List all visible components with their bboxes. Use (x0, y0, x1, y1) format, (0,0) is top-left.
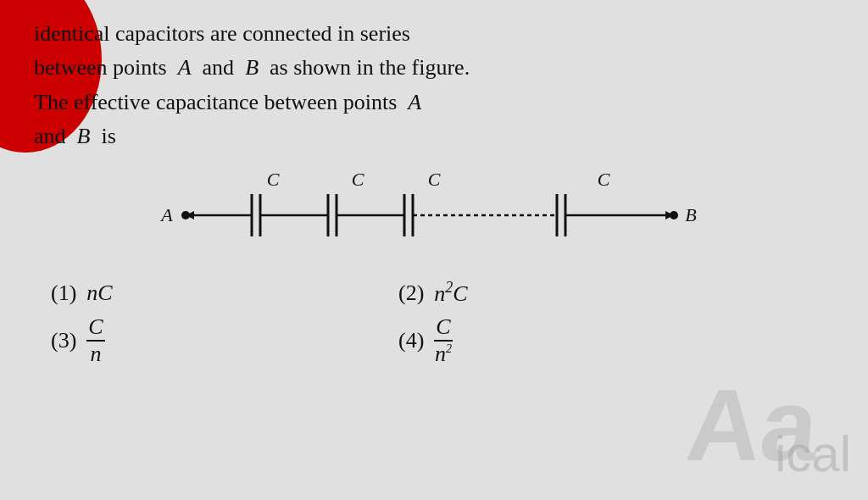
option-3-fraction: C n (86, 315, 104, 367)
problem-line1: identical capacitors are connected in se… (34, 21, 410, 46)
option-1: (1) nC (51, 279, 348, 307)
option-1-label: nC (86, 281, 112, 306)
point-b2: B (77, 124, 91, 148)
page-container: Aa ical identical capacitors are connect… (0, 0, 868, 500)
point-a: A (178, 55, 192, 80)
problem-text: identical capacitors are connected in se… (34, 17, 831, 153)
option-3-numerator: C (86, 315, 104, 342)
problem-line4: and B is (34, 124, 116, 148)
option-4-denominator: n2 (435, 342, 452, 367)
option-1-value: nC (86, 281, 112, 305)
option-3-denominator: n (91, 342, 102, 367)
option-3-num: (3) (51, 328, 76, 353)
svg-text:C: C (428, 169, 441, 190)
option-4: (4) C n2 (398, 315, 695, 367)
svg-text:C: C (267, 169, 280, 190)
option-2-value: n2C (434, 281, 467, 306)
line3-end: and (34, 124, 66, 148)
problem-line2: between points A and B as shown in the f… (34, 55, 470, 80)
option-3: (3) C n (51, 315, 348, 367)
svg-text:B: B (685, 204, 696, 225)
option-4-fraction: C n2 (434, 315, 452, 367)
svg-text:A: A (159, 204, 173, 225)
svg-text:C: C (598, 169, 610, 190)
option-2-num: (2) (398, 281, 424, 306)
content-area: identical capacitors are connected in se… (0, 0, 868, 500)
line2-end: as shown in the figure. (270, 55, 470, 80)
problem-line3: The effective capacitance between points… (34, 90, 421, 114)
circuit-svg: C C C C A (142, 169, 735, 262)
and-text: and (203, 55, 235, 80)
line1-text: identical capacitors are connected in se… (34, 21, 410, 46)
point-a2: A (408, 90, 421, 114)
circuit-diagram: C C C C A (34, 169, 843, 262)
option-4-num: (4) (398, 328, 424, 353)
option-1-num: (1) (51, 281, 76, 306)
option-2: (2) n2C (398, 279, 695, 307)
option-2-label: n2C (434, 279, 467, 307)
point-b: B (245, 55, 259, 80)
line2-text: between points (34, 55, 167, 80)
line3-end2: is (101, 124, 115, 148)
option-4-numerator: C (434, 315, 452, 342)
options-grid: (1) nC (2) n2C (3) C n (51, 279, 695, 367)
line3-text: The effective capacitance between points (34, 90, 397, 114)
svg-text:C: C (352, 169, 364, 190)
